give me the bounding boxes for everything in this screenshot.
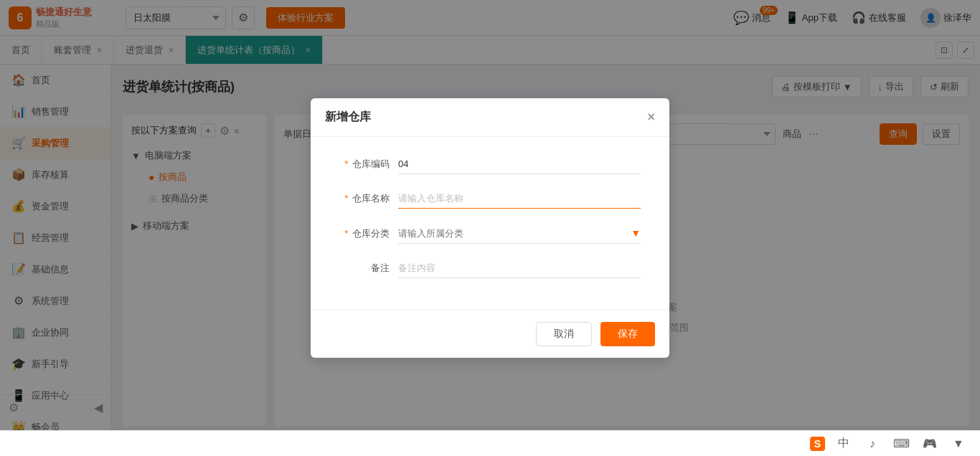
form-row-name: * 仓库名称 bbox=[339, 189, 641, 209]
dialog-header: 新增仓库 × bbox=[311, 98, 669, 137]
category-dropdown-icon[interactable]: ▼ bbox=[631, 227, 641, 239]
dropdown-icon[interactable]: ▼ bbox=[948, 434, 969, 454]
warehouse-remark-input[interactable] bbox=[398, 258, 641, 278]
required-star-category: * bbox=[344, 228, 348, 239]
dialog-close-btn[interactable]: × bbox=[647, 110, 655, 125]
form-row-code: * 仓库编码 bbox=[339, 154, 641, 174]
form-label-name: * 仓库名称 bbox=[339, 192, 390, 205]
chinese-input-icon[interactable]: 中 bbox=[834, 434, 854, 454]
warehouse-category-select[interactable]: ▼ bbox=[398, 223, 641, 244]
warehouse-category-input[interactable] bbox=[398, 228, 631, 239]
s-logo: S bbox=[810, 437, 825, 451]
dialog-footer: 取消 保存 bbox=[311, 310, 669, 358]
save-button[interactable]: 保存 bbox=[600, 322, 655, 346]
gamepad-icon[interactable]: 🎮 bbox=[920, 434, 940, 454]
dialog-title: 新增仓库 bbox=[325, 110, 371, 125]
keyboard-icon[interactable]: ⌨ bbox=[891, 434, 911, 454]
warehouse-name-input[interactable] bbox=[398, 189, 641, 209]
bottom-bar: S 中 ♪ ⌨ 🎮 ▼ bbox=[0, 430, 980, 456]
form-row-remark: 备注 bbox=[339, 258, 641, 278]
form-label-code: * 仓库编码 bbox=[339, 158, 390, 171]
modal-overlay[interactable]: 新增仓库 × * 仓库编码 * 仓库名称 bbox=[0, 0, 980, 456]
cancel-button[interactable]: 取消 bbox=[536, 322, 592, 346]
sound-icon[interactable]: ♪ bbox=[862, 434, 882, 454]
dialog-add-warehouse: 新增仓库 × * 仓库编码 * 仓库名称 bbox=[311, 98, 669, 358]
required-star-code: * bbox=[344, 158, 348, 169]
required-star-name: * bbox=[344, 193, 348, 204]
form-label-category: * 仓库分类 bbox=[339, 227, 390, 240]
form-label-remark: 备注 bbox=[339, 262, 390, 275]
dialog-body: * 仓库编码 * 仓库名称 * 仓库分类 bbox=[311, 137, 669, 310]
warehouse-code-input[interactable] bbox=[398, 154, 641, 174]
form-row-category: * 仓库分类 ▼ bbox=[339, 223, 641, 244]
